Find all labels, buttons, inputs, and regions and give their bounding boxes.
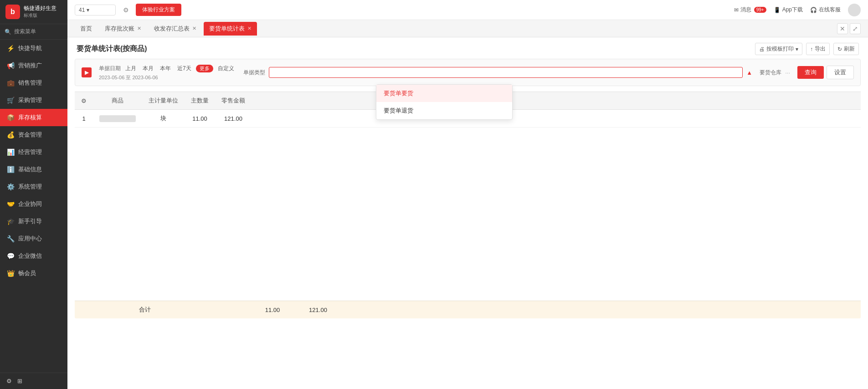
type-label: 单据类型 <box>243 69 265 77</box>
nav-label: 系统管理 <box>18 183 42 191</box>
warehouse-more-icon: ··· <box>785 69 790 76</box>
table-settings-header[interactable]: ⚙ <box>75 92 93 110</box>
filter-date-block: 单据日期 上月 本月 本年 近7天 更多 自定义 2023-05-06 至 20… <box>99 64 236 81</box>
online-service-label: 在线客服 <box>819 6 841 14</box>
nav-label: 应用中心 <box>18 235 42 243</box>
row-index: 1 <box>75 110 93 128</box>
export-button[interactable]: ↑ 导出 <box>806 43 830 55</box>
nav-icon: 📦 <box>6 113 15 122</box>
nav-label: 企业微信 <box>18 252 42 260</box>
nav-icon: ⚡ <box>6 44 15 52</box>
messages-badge: 99+ <box>754 7 766 13</box>
row-extra <box>252 110 861 128</box>
type-input[interactable] <box>269 67 743 78</box>
promo-button[interactable]: 体验行业方案 <box>136 4 181 16</box>
search-menu[interactable]: 🔍 搜索菜单 <box>0 24 67 40</box>
tabs-bar: 首页库存批次账✕收发存汇总表✕要货单统计表✕ ✕ ⤢ <box>67 20 868 37</box>
sidebar-item-企业协同[interactable]: 🤝 企业协同 <box>0 195 67 213</box>
footer-label: 合计 <box>99 306 190 314</box>
date-this-year[interactable]: 本年 <box>158 64 173 73</box>
sidebar: b 畅捷通好生意 标准版 🔍 搜索菜单 ⚡ 快捷导航 📢 营销推广 💼 销售管理… <box>0 0 67 389</box>
footer-amount: 121.00 <box>295 307 341 313</box>
app-download-button[interactable]: 📱 App下载 <box>774 6 803 14</box>
sidebar-logo: b 畅捷通好生意 标准版 <box>0 0 67 24</box>
sidebar-item-营销推广[interactable]: 📢 营销推广 <box>0 57 67 74</box>
date-this-month[interactable]: 本月 <box>141 64 155 73</box>
table-header-amount: 零售金额 <box>215 92 252 110</box>
topbar: 41 ▾ ⚙ 体验行业方案 ✉ 消息 99+ 📱 App下载 🎧 在线客服 <box>67 0 868 20</box>
sidebar-item-快捷导航[interactable]: ⚡ 快捷导航 <box>0 40 67 57</box>
tab-首页[interactable]: 首页 <box>75 22 98 36</box>
tab-close-icon[interactable]: ✕ <box>192 26 196 31</box>
tab-label: 要货单统计表 <box>209 25 245 33</box>
sidebar-item-库存核算[interactable]: 📦 库存核算 <box>0 109 67 126</box>
sidebar-item-资金管理[interactable]: 💰 资金管理 <box>0 126 67 143</box>
store-selector[interactable]: 41 ▾ <box>75 5 116 15</box>
dropdown-item-yaohuo-yanhuo[interactable]: 要货单要货 <box>376 85 512 102</box>
filter-settings-button[interactable]: 设置 <box>827 66 854 79</box>
nav-label: 销售管理 <box>18 79 42 87</box>
user-avatar[interactable] <box>848 4 861 16</box>
filter-expand-button[interactable]: ▶ <box>82 67 92 77</box>
table-header-extra <box>252 92 861 110</box>
date-last-7-days[interactable]: 近7天 <box>175 64 193 73</box>
date-more-button[interactable]: 更多 <box>196 65 213 72</box>
sidebar-item-经营管理[interactable]: 📊 经营管理 <box>0 143 67 161</box>
expand-tabs-button[interactable]: ⤢ <box>850 23 861 34</box>
logo-text-block: 畅捷通好生意 标准版 <box>24 5 56 19</box>
settings-icon[interactable]: ⚙ <box>6 378 12 384</box>
nav-label: 企业协同 <box>18 200 42 208</box>
sidebar-item-系统管理[interactable]: ⚙️ 系统管理 <box>0 178 67 195</box>
sidebar-nav: ⚡ 快捷导航 📢 营销推广 💼 销售管理 🛒 采购管理 📦 库存核算 💰 资金管… <box>0 40 67 373</box>
date-custom[interactable]: 自定义 <box>216 64 236 73</box>
filter-row: ▶ 单据日期 上月 本月 本年 近7天 更多 自定义 2023-05-06 至 … <box>82 64 854 81</box>
page-header: 要货单统计表(按商品) 🖨 按模板打印 ▾ ↑ 导出 ↻ 刷新 <box>67 37 868 59</box>
store-name: 41 <box>79 7 85 13</box>
tab-库存批次账[interactable]: 库存批次账✕ <box>99 22 147 36</box>
topbar-gear-button[interactable]: ⚙ <box>119 4 132 16</box>
nav-label: 经营管理 <box>18 148 42 156</box>
tab-要货单统计表[interactable]: 要货单统计表✕ <box>204 22 257 36</box>
collapse-icon[interactable]: ⊞ <box>17 378 22 384</box>
sidebar-item-基础信息[interactable]: ℹ️ 基础信息 <box>0 161 67 178</box>
row-unit: 块 <box>142 110 185 128</box>
dropdown-item-yaohuo-tuihuo[interactable]: 要货单退货 <box>376 102 512 119</box>
tab-close-icon[interactable]: ✕ <box>137 26 141 31</box>
sidebar-item-销售管理[interactable]: 💼 销售管理 <box>0 74 67 92</box>
service-icon: 🎧 <box>810 7 817 13</box>
nav-label: 库存核算 <box>18 113 42 122</box>
nav-icon: 💼 <box>6 79 15 87</box>
nav-icon: 🎓 <box>6 217 15 225</box>
sidebar-item-采购管理[interactable]: 🛒 采购管理 <box>0 92 67 109</box>
nav-icon: 🤝 <box>6 200 15 208</box>
nav-icon: 🔧 <box>6 235 15 243</box>
query-button[interactable]: 查询 <box>797 66 824 79</box>
tabs-actions: ✕ ⤢ <box>837 23 861 34</box>
online-service-button[interactable]: 🎧 在线客服 <box>810 6 841 14</box>
nav-icon: 💬 <box>6 252 15 260</box>
search-icon: 🔍 <box>5 29 11 35</box>
table-header-quantity: 主数量 <box>185 92 215 110</box>
nav-icon: 📢 <box>6 61 15 70</box>
sidebar-item-企业微信[interactable]: 💬 企业微信 <box>0 247 67 265</box>
date-last-month[interactable]: 上月 <box>123 64 138 73</box>
print-button[interactable]: 🖨 按模板打印 ▾ <box>755 43 802 55</box>
type-dropdown-arrow-icon[interactable]: ▲ <box>746 69 752 76</box>
nav-label: 快捷导航 <box>18 44 42 52</box>
sidebar-item-畅会员[interactable]: 👑 畅会员 <box>0 265 67 282</box>
nav-icon: 💰 <box>6 131 15 139</box>
date-label: 单据日期 <box>99 65 121 72</box>
messages-button[interactable]: ✉ 消息 99+ <box>734 6 766 14</box>
search-label: 搜索菜单 <box>14 28 36 36</box>
tab-收发存汇总表[interactable]: 收发存汇总表✕ <box>149 22 202 36</box>
sidebar-item-应用中心[interactable]: 🔧 应用中心 <box>0 230 67 247</box>
close-all-tabs-button[interactable]: ✕ <box>837 23 848 34</box>
refresh-icon: ↻ <box>837 46 842 52</box>
sidebar-item-新手引导[interactable]: 🎓 新手引导 <box>0 213 67 230</box>
print-icon: 🖨 <box>759 46 765 52</box>
filter-type-section: 单据类型 ▲ <box>243 67 752 78</box>
date-range: 2023-05-06 至 2023-06-06 <box>99 74 236 81</box>
nav-icon: ⚙️ <box>6 183 15 191</box>
tab-close-icon[interactable]: ✕ <box>247 26 252 31</box>
refresh-button[interactable]: ↻ 刷新 <box>833 43 859 55</box>
